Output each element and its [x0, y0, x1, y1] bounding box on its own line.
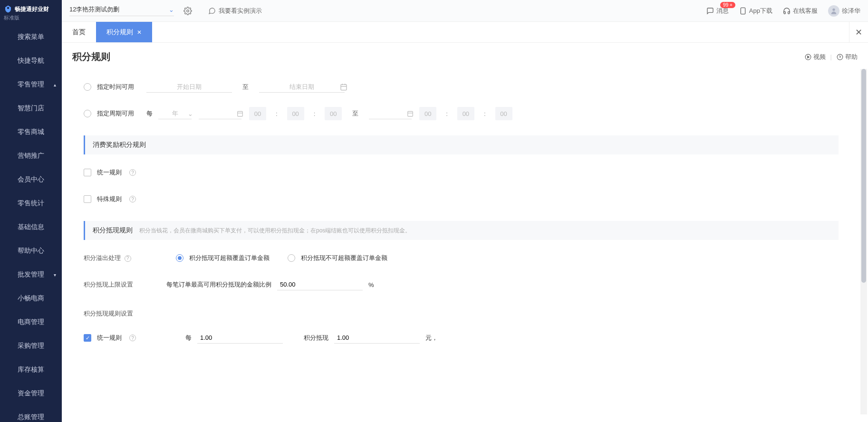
sidebar-item-helpcenter[interactable]: 帮助中心: [0, 239, 62, 263]
svg-point-3: [832, 8, 835, 10]
gear-icon[interactable]: [183, 7, 192, 15]
section-subtitle: 积分当钱花，会员在微商城购买下单支付，可以使用积分抵扣现金；在pos端结账也可以…: [139, 227, 411, 235]
to-label: 至: [238, 83, 253, 91]
label-deduct-unified: 统一规则: [97, 334, 122, 342]
tab-points-rule[interactable]: 积分规则 ✕: [96, 22, 152, 42]
scrollbar[interactable]: [860, 69, 867, 414]
app-download-link[interactable]: App下载: [739, 7, 772, 15]
avatar: [828, 5, 839, 17]
label-overflow-opt1: 积分抵现可超额覆盖订单金额: [189, 254, 270, 262]
minute-end[interactable]: 00: [457, 107, 474, 120]
checkbox-deduct-unified[interactable]: [84, 334, 91, 342]
sidebar-item-mall[interactable]: 零售商城: [0, 120, 62, 144]
label-overflow: 积分溢出处理 ?: [84, 254, 145, 262]
row-special-rule: 特殊规则 ?: [84, 186, 839, 212]
second-end[interactable]: 00: [495, 107, 512, 120]
start-date-input[interactable]: [146, 81, 232, 93]
messages-link[interactable]: 消息 99 +: [706, 7, 729, 15]
tabs: 首页 积分规则 ✕ ✕: [62, 22, 868, 43]
sidebar-item-member[interactable]: 会员中心: [0, 168, 62, 192]
yuan-unit: 元，: [425, 334, 438, 342]
content: 指定时间可用 至 指定周期可用 每 ⌄ 00 :: [70, 69, 852, 414]
user-menu[interactable]: 徐泽华: [828, 5, 860, 17]
help-icon[interactable]: ?: [129, 169, 136, 176]
label-special-rule: 特殊规则: [97, 195, 122, 203]
sidebar-item-marketing[interactable]: 营销推广: [0, 144, 62, 168]
sidebar-item-baseinfo[interactable]: 基础信息: [0, 215, 62, 239]
help-icon: [837, 54, 843, 60]
message-badge: 99 +: [720, 2, 735, 8]
help-icon[interactable]: ?: [129, 196, 136, 202]
sidebar-item-quicknav[interactable]: 快捷导航: [0, 49, 62, 73]
deduct-value-input[interactable]: [334, 332, 420, 344]
row-time-range: 指定时间可用 至: [84, 74, 839, 100]
close-all-tabs[interactable]: ✕: [849, 22, 868, 42]
sidebar-item-wholesale[interactable]: 批发管理▾: [0, 263, 62, 287]
radio-overflow-deny[interactable]: [288, 254, 295, 262]
label-cycle: 指定周期可用: [97, 109, 141, 118]
close-icon[interactable]: ✕: [137, 29, 142, 36]
sidebar-item-search[interactable]: 搜索菜单: [0, 25, 62, 49]
radio-overflow-allow[interactable]: [176, 254, 183, 262]
every-label: 每: [146, 109, 153, 118]
sidebar-item-funds[interactable]: 资金管理: [0, 382, 62, 405]
period-input[interactable]: [158, 108, 192, 119]
help-icon[interactable]: ?: [125, 255, 131, 262]
svg-marker-5: [807, 56, 809, 58]
video-link[interactable]: 视频: [805, 53, 826, 61]
play-icon: [805, 54, 811, 60]
checkbox-unified-rule[interactable]: [84, 169, 91, 176]
second-start[interactable]: 00: [325, 107, 342, 120]
topbar: 12李艳芬测试勿删 ⌄ 我要看实例演示 消息 99 +: [62, 0, 868, 22]
label-overflow-opt2: 积分抵现不可超额覆盖订单金额: [301, 254, 387, 262]
sidebar-item-ecommerce[interactable]: 电商管理: [0, 310, 62, 334]
radio-cycle[interactable]: [84, 110, 91, 117]
help-icon[interactable]: ?: [129, 335, 136, 341]
minute-start[interactable]: 00: [287, 107, 304, 120]
row-deduct-setting: 积分抵现规则设置: [84, 298, 839, 325]
label-upper-desc: 每笔订单最高可用积分抵现的金额比例: [166, 280, 271, 289]
every-value-input[interactable]: [197, 332, 283, 344]
org-select[interactable]: 12李艳芬测试勿删 ⌄: [69, 5, 174, 16]
sidebar-item-ledger[interactable]: 总账管理: [0, 405, 62, 422]
svg-rect-1: [741, 8, 745, 14]
headset-icon: [783, 7, 791, 15]
row-overflow: 积分溢出处理 ? 积分抵现可超额覆盖订单金额 积分抵现不可超额覆盖订单金额: [84, 245, 839, 271]
percent-unit: %: [368, 281, 374, 288]
logo-icon: [4, 5, 12, 13]
tab-home[interactable]: 首页: [62, 22, 96, 42]
label-upper-limit: 积分抵现上限设置: [84, 280, 145, 289]
end-date-input[interactable]: [259, 81, 345, 93]
label-every: 每: [185, 334, 192, 342]
help-link[interactable]: 帮助: [837, 53, 858, 61]
section-consume-reward: 消费奖励积分规则: [84, 135, 839, 154]
row-deduct-unified: 统一规则 ? 每 积分抵现 元，: [84, 325, 839, 351]
sidebar: 畅捷通好业财 标准版 搜索菜单 快捷导航 零售管理▴ 智慧门店 零售商城 营销推…: [0, 0, 62, 422]
chevron-down-icon: ⌄: [169, 6, 174, 13]
cycle-date-input[interactable]: [199, 108, 241, 119]
hour-end[interactable]: 00: [419, 107, 436, 120]
chevron-down-icon: ⌄: [188, 110, 193, 117]
chevron-up-icon: ▴: [54, 82, 56, 87]
message-icon: [706, 7, 714, 15]
sidebar-item-smartstore[interactable]: 智慧门店: [0, 96, 62, 120]
sidebar-item-retailstats[interactable]: 零售统计: [0, 192, 62, 215]
label-unified-rule: 统一规则: [97, 168, 122, 177]
demo-link[interactable]: 我要看实例演示: [208, 7, 262, 15]
scrollbar-thumb[interactable]: [861, 69, 866, 283]
sidebar-item-xiaochang[interactable]: 小畅电商: [0, 287, 62, 310]
sidebar-item-inventory[interactable]: 库存核算: [0, 358, 62, 382]
phone-icon: [739, 7, 747, 15]
sidebar-item-purchase[interactable]: 采购管理: [0, 334, 62, 358]
sidebar-item-retail[interactable]: 零售管理▴: [0, 73, 62, 96]
cycle-date-end-input[interactable]: [369, 108, 412, 119]
upper-limit-input[interactable]: [277, 279, 363, 290]
checkbox-special-rule[interactable]: [84, 195, 91, 203]
label-deduct-setting: 积分抵现规则设置: [84, 309, 145, 318]
row-unified-rule: 统一规则 ?: [84, 159, 839, 186]
radio-time-range[interactable]: [84, 83, 91, 91]
support-link[interactable]: 在线客服: [783, 7, 818, 15]
hour-start[interactable]: 00: [249, 107, 266, 120]
speech-icon: [208, 7, 216, 15]
sidebar-menu: 搜索菜单 快捷导航 零售管理▴ 智慧门店 零售商城 营销推广 会员中心 零售统计…: [0, 25, 62, 422]
